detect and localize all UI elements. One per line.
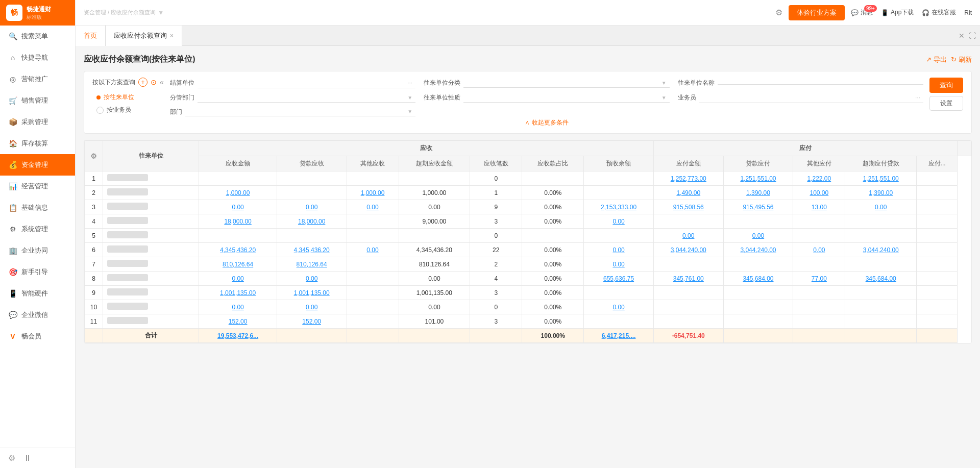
message-group[interactable]: 💬 消息 99+ [851,8,873,17]
wechat-icon: 💬 [8,311,17,319]
collapse-icon[interactable]: ⏸ [23,454,32,463]
sidebar-item-finance[interactable]: 💰 资金管理 [0,154,75,176]
app-icon: 📱 [881,9,889,16]
refresh-button[interactable]: ↻ 刷新 [951,55,972,64]
query-button[interactable]: 查询 [929,78,963,93]
page-header: 应收应付余额查询(按往来单位) ↗ 导出 ↻ 刷新 [84,54,972,65]
search-panel: 按以下方案查询 + ⊙ « 按往来单位 按业务员 [84,71,972,134]
sales-icon: 🛒 [8,96,17,105]
col-ap-more [958,141,971,156]
partner-nature-field: 往来单位性质 ▼ [424,93,669,103]
promo-button[interactable]: 体验行业方案 [789,5,845,20]
sidebar-item-system[interactable]: ⚙ 系统管理 [0,218,75,240]
sidebar-item-enterprise[interactable]: 🏢 企业协同 [0,240,75,261]
service-group[interactable]: 🎧 在线客服 [922,8,956,17]
col-group-ar: 应收 [199,141,654,156]
table-container: ⚙ 往来单位 应收 应付 应收金额 贷款应收 其他应收 超期应收金额 [84,140,972,343]
sidebar: 畅 畅捷通财 标准版 🔍 搜索菜单 ⌂ 快捷导航 ◎ 营销推广 🛒 销售管理 📦… [0,0,76,468]
filter-by-staff[interactable]: 按业务员 [92,104,164,116]
salesperson-input[interactable]: ··· [699,92,923,103]
sidebar-item-smart-hw[interactable]: 📱 智能硬件 [0,283,75,304]
table-row: 7810,126.64810,126.64810,126.6420.00%0.0… [85,257,971,272]
sidebar-item-sales[interactable]: 🛒 销售管理 [0,90,75,111]
tab-home[interactable]: 首页 [76,26,106,46]
message-badge: 99+ [864,5,877,12]
sidebar-item-inventory[interactable]: 🏠 库存核算 [0,133,75,154]
purchase-icon: 📦 [8,118,17,126]
collapse-button[interactable]: ∧ 收起更多条件 [525,118,568,127]
setting-button[interactable]: 设置 [929,96,963,111]
export-button[interactable]: ↗ 导出 [926,55,947,64]
col-group-ap: 应付 [653,141,957,156]
username[interactable]: Rit [964,9,972,16]
table-row: 11152.00152.00101.0030.00% [85,314,971,329]
partner-category-input[interactable]: ▼ [463,79,669,88]
table-row: 418,000.0018,000.009,000.0030.00%0.00 [85,214,971,229]
tabbar-right: ✕ ⛶ [959,32,980,40]
add-scheme-button[interactable]: + [138,78,148,87]
partner-name-input[interactable] [718,81,923,85]
filter-staff-dot [96,107,104,114]
sidebar-item-purchase[interactable]: 📦 采购管理 [0,111,75,133]
collapse-section: ∧ 收起更多条件 [170,118,923,127]
sidebar-logo: 畅 畅捷通财 标准版 [0,0,75,26]
system-icon: ⚙ [8,225,17,233]
edit-scheme-button[interactable]: ⊙ [151,78,157,86]
dept-input[interactable]: ▼ [185,107,415,116]
dept-manager-input[interactable]: ▼ [198,93,415,103]
basic-info-icon: 📋 [8,204,17,212]
settlement-unit-input[interactable]: ··· [198,78,415,88]
filter-by-partner[interactable]: 按往来单位 [92,91,164,104]
app-download-group[interactable]: 📱 App下载 [881,8,914,17]
sidebar-item-basic-info[interactable]: 📋 基础信息 [0,197,75,218]
close-window-icon[interactable]: ✕ [959,32,965,40]
settings-bottom-icon[interactable]: ⚙ [8,453,15,463]
topbar-gear-icon[interactable]: ⚙ [775,8,782,17]
table-row: 91,001,135.001,001,135.001,001,135.0030.… [85,286,971,300]
marketing-icon: ◎ [8,75,17,83]
partner-nature-input[interactable]: ▼ [463,93,669,103]
sidebar-item-wechat[interactable]: 💬 企业微信 [0,304,75,326]
col-ar-overdue: 超期应收金额 [399,156,470,171]
search-fields: 结算单位 ··· 往来单位分类 ▼ [170,78,923,127]
footer-ar-prepay[interactable]: 6,417,215.... [584,329,654,343]
inventory-icon: 🏠 [8,139,17,147]
collapse-scheme-button[interactable]: « [160,78,164,86]
footer-ar-overdue [399,329,470,343]
sidebar-item-member[interactable]: V 畅会员 [0,326,75,347]
footer-ar-amount[interactable]: 19,553,472,6... [199,329,277,343]
breadcrumb: 资金管理 / 应收应付余额查询 ▼ [84,9,769,16]
sidebar-item-marketing[interactable]: ◎ 营销推广 [0,68,75,90]
sidebar-item-operations[interactable]: 📊 经营管理 [0,176,75,197]
table-row: 30.000.000.000.0090.00%2,153,333.00915,5… [85,200,971,214]
breadcrumb-caret[interactable]: ▼ [158,9,164,16]
operations-icon: 📊 [8,182,17,190]
col-settings: ⚙ [85,141,103,171]
col-ap-other: 其他应付 [793,156,845,171]
search-scheme-label: 按以下方案查询 [92,78,135,87]
col-ap-loan: 贷款应付 [723,156,793,171]
maximize-icon[interactable]: ⛶ [969,32,976,40]
table-scroll[interactable]: ⚙ 往来单位 应收 应付 应收金额 贷款应收 其他应收 超期应收金额 [84,140,971,343]
sidebar-item-quick-nav[interactable]: ⌂ 快捷导航 [0,47,75,68]
col-ap-amount: 应付金额 [653,156,723,171]
tab-arbalance[interactable]: 应收应付余额查询 × [106,26,182,46]
dept-manager-field: 分管部门 ▼ [170,93,415,103]
table-settings-icon[interactable]: ⚙ [90,152,97,160]
sidebar-item-guide[interactable]: 🎯 新手引导 [0,261,75,283]
partner-category-field: 往来单位分类 ▼ [424,79,669,88]
filter-partner-dot [96,95,101,100]
col-ar-loan: 贷款应收 [277,156,347,171]
guide-icon: 🎯 [8,268,17,276]
sidebar-item-search-menu[interactable]: 🔍 搜索菜单 [0,26,75,47]
tab-arbalance-label: 应收应付余额查询 [114,31,167,40]
table-row: 100.000.000.0000.00%0.00 [85,300,971,314]
tab-close-icon[interactable]: × [170,32,174,39]
service-icon: 🎧 [922,9,929,16]
export-icon: ↗ [926,56,932,63]
col-ar-count: 应收笔数 [470,156,522,171]
col-ap-more-header: 应付... [917,156,958,171]
finance-icon: 💰 [8,161,17,169]
col-ar-ratio: 应收款占比 [522,156,584,171]
page-content: 应收应付余额查询(按往来单位) ↗ 导出 ↻ 刷新 按以下方案查询 [76,46,980,468]
